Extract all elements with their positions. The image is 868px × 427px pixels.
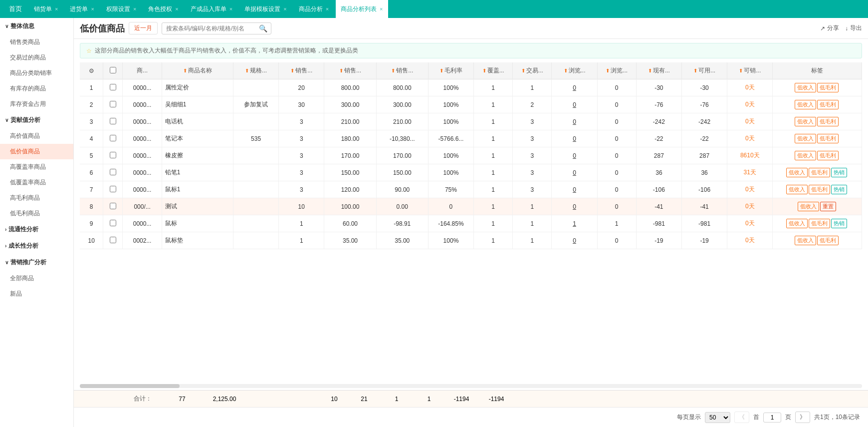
- row-select-checkbox[interactable]: [110, 203, 116, 209]
- horizontal-scrollbar-thumb[interactable]: [80, 384, 180, 388]
- sidebar-group-marketing[interactable]: ∨ 营销推广分析: [0, 254, 73, 271]
- close-purchase-order[interactable]: ×: [91, 6, 94, 12]
- nav-template-settings[interactable]: 单据模板设置×: [239, 0, 291, 18]
- row-product-name[interactable]: 橡皮擦: [162, 147, 233, 164]
- col-name[interactable]: ⬆商品名称: [162, 62, 233, 79]
- row-checkbox[interactable]: [103, 164, 123, 181]
- row-select-checkbox[interactable]: [110, 237, 116, 243]
- nav-sales-order[interactable]: 销货单×: [29, 0, 63, 18]
- row-product-name[interactable]: 鼠标: [162, 215, 233, 232]
- sidebar-group-liquidity[interactable]: › 流通性分析: [0, 221, 73, 238]
- table-container[interactable]: ⚙ 商... ⬆商品名称 ⬆规格... ⬆销售... ⬆销售... ⬆销售...…: [74, 62, 868, 382]
- row-product-name[interactable]: 测试: [162, 198, 233, 215]
- nav-product-analysis[interactable]: 商品分析×: [294, 0, 334, 18]
- views-link[interactable]: 0: [573, 135, 576, 142]
- sidebar-item-low-coverage[interactable]: 低覆盖率商品: [0, 175, 73, 190]
- row-select-checkbox[interactable]: [110, 101, 116, 107]
- nav-product-analysis-list[interactable]: 商品分析列表×: [336, 0, 388, 18]
- row-views1[interactable]: 0: [552, 198, 597, 215]
- row-product-name[interactable]: 属性定价: [162, 79, 233, 96]
- row-select-checkbox[interactable]: [110, 152, 116, 158]
- views-link[interactable]: 0: [573, 84, 576, 91]
- sidebar-item-sales-products[interactable]: 销售类商品: [0, 34, 73, 50]
- row-views1[interactable]: 0: [552, 79, 597, 96]
- col-checkbox[interactable]: [103, 62, 123, 79]
- row-product-name[interactable]: 电话机: [162, 113, 233, 130]
- row-views1[interactable]: 0: [552, 181, 597, 198]
- select-all-checkbox[interactable]: [110, 67, 116, 73]
- views-link[interactable]: 0: [573, 169, 576, 176]
- row-product-name[interactable]: 笔记本: [162, 130, 233, 147]
- col-views2[interactable]: ⬆浏览...: [597, 62, 636, 79]
- row-views1[interactable]: 0: [552, 113, 597, 130]
- col-current-stock[interactable]: ⬆现有...: [636, 62, 681, 79]
- row-checkbox[interactable]: [103, 96, 123, 113]
- col-sales1[interactable]: ⬆销售...: [279, 62, 324, 79]
- row-select-checkbox[interactable]: [110, 186, 116, 192]
- views-link[interactable]: 0: [573, 186, 576, 193]
- close-product-analysis-list[interactable]: ×: [380, 6, 383, 12]
- close-product-analysis[interactable]: ×: [326, 6, 329, 12]
- row-views1[interactable]: 0: [552, 232, 597, 249]
- row-checkbox[interactable]: [103, 79, 123, 96]
- row-views1[interactable]: 0: [552, 147, 597, 164]
- row-checkbox[interactable]: [103, 232, 123, 249]
- search-input[interactable]: [162, 22, 271, 34]
- row-checkbox[interactable]: [103, 130, 123, 147]
- sidebar-group-overall[interactable]: ∨ 整体信息: [0, 18, 73, 34]
- nav-home[interactable]: 首页: [4, 0, 27, 18]
- row-views1[interactable]: 0: [552, 130, 597, 147]
- views-link[interactable]: 0: [573, 118, 576, 125]
- sidebar-item-category-rate[interactable]: 商品分类助销率: [0, 65, 73, 81]
- sidebar-item-low-value[interactable]: 低价值商品: [0, 144, 73, 159]
- sidebar-item-all-products[interactable]: 全部商品: [0, 271, 73, 286]
- row-product-name[interactable]: 铅笔1: [162, 164, 233, 181]
- row-select-checkbox[interactable]: [110, 118, 116, 124]
- next-page-button[interactable]: 》: [795, 412, 810, 423]
- views-link[interactable]: 1: [573, 220, 576, 227]
- col-transactions[interactable]: ⬆交易...: [513, 62, 552, 79]
- row-checkbox[interactable]: [103, 181, 123, 198]
- sidebar-item-low-margin[interactable]: 低毛利商品: [0, 206, 73, 221]
- nav-product-storage[interactable]: 产成品入库单×: [186, 0, 237, 18]
- horizontal-scrollbar-track[interactable]: [80, 384, 862, 388]
- close-role-auth[interactable]: ×: [175, 6, 178, 12]
- row-product-name[interactable]: 鼠标1: [162, 181, 233, 198]
- row-product-name[interactable]: 吴细细1: [162, 96, 233, 113]
- row-checkbox[interactable]: [103, 215, 123, 232]
- nav-permission[interactable]: 权限设置×: [101, 0, 141, 18]
- search-icon[interactable]: 🔍: [259, 24, 267, 32]
- first-page-button[interactable]: 《: [734, 412, 749, 423]
- row-select-checkbox[interactable]: [110, 84, 116, 90]
- nav-purchase-order[interactable]: 进货单×: [65, 0, 99, 18]
- row-views1[interactable]: 1: [552, 215, 597, 232]
- views-link[interactable]: 0: [573, 152, 576, 159]
- sidebar-item-inventory-products[interactable]: 有库存的商品: [0, 81, 73, 96]
- col-views1[interactable]: ⬆浏览...: [552, 62, 597, 79]
- sidebar-item-new-products[interactable]: 新品: [0, 286, 73, 302]
- nav-role-auth[interactable]: 角色授权×: [143, 0, 183, 18]
- row-checkbox[interactable]: [103, 147, 123, 164]
- export-button[interactable]: ↓ 导出: [845, 24, 862, 32]
- close-template-settings[interactable]: ×: [283, 6, 286, 12]
- close-sales-order[interactable]: ×: [55, 6, 58, 12]
- row-select-checkbox[interactable]: [110, 135, 116, 141]
- col-settings[interactable]: ⚙: [80, 62, 103, 79]
- col-sales3[interactable]: ⬆销售...: [376, 62, 428, 79]
- sidebar-item-traded-products[interactable]: 交易过的商品: [0, 50, 73, 65]
- views-link[interactable]: 0: [573, 203, 576, 210]
- per-page-select[interactable]: 50 100: [705, 412, 730, 423]
- row-product-name[interactable]: 鼠标垫: [162, 232, 233, 249]
- row-select-checkbox[interactable]: [110, 169, 116, 175]
- sidebar-group-contribution[interactable]: ∨ 贡献值分析: [0, 112, 73, 128]
- sidebar-group-growth[interactable]: › 成长性分析: [0, 238, 73, 254]
- close-product-storage[interactable]: ×: [229, 6, 232, 12]
- col-sales2[interactable]: ⬆销售...: [324, 62, 376, 79]
- sidebar-item-high-value[interactable]: 高价值商品: [0, 128, 73, 144]
- col-margin-rate[interactable]: ⬆毛利率: [428, 62, 473, 79]
- sidebar-item-high-coverage[interactable]: 高覆盖率商品: [0, 159, 73, 175]
- share-button[interactable]: ↗ 分享: [820, 24, 839, 32]
- col-sellable-stock[interactable]: ⬆可销...: [727, 62, 773, 79]
- page-number-input[interactable]: [763, 413, 781, 423]
- views-link[interactable]: 0: [573, 101, 576, 108]
